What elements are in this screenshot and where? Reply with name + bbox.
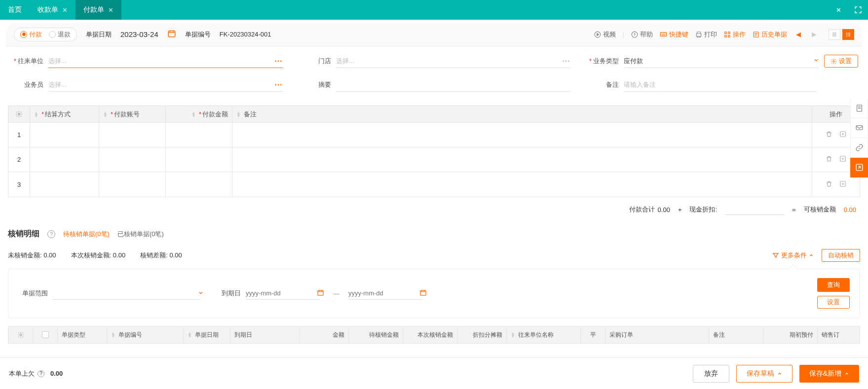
cell-account[interactable] <box>99 147 166 172</box>
print-link[interactable]: 打印 <box>695 30 717 39</box>
auto-writeoff-button[interactable]: 自动核销 <box>822 249 860 262</box>
side-message-icon[interactable] <box>850 118 868 138</box>
wo-col-ping[interactable]: 平 <box>581 326 605 343</box>
help-icon[interactable]: ? <box>47 230 55 238</box>
wo-col-remark[interactable]: 备注 <box>709 326 763 343</box>
cell-remark[interactable] <box>232 123 812 147</box>
cell-method[interactable] <box>30 172 99 197</box>
tab-receipt[interactable]: 收款单✕ <box>30 0 75 20</box>
salesperson-label: 业务员 <box>10 80 43 89</box>
lookup-icon[interactable]: ⋯ <box>274 56 283 66</box>
wo-col-no[interactable]: ▲▼单据编号 <box>107 326 184 343</box>
remark-input[interactable] <box>624 81 816 88</box>
store-input-wrap[interactable]: ⋯ <box>336 54 570 68</box>
gear-icon[interactable] <box>8 106 30 122</box>
sort-icon: ▲▼ <box>191 111 196 117</box>
salesperson-input[interactable] <box>48 81 274 88</box>
wo-col-disc[interactable]: 折扣分摊额 <box>457 326 507 343</box>
add-icon[interactable] <box>839 155 846 164</box>
next-arrow-icon[interactable]: ▶ <box>810 31 819 38</box>
prev-arrow-icon[interactable]: ◀ <box>794 31 803 38</box>
cell-account[interactable] <box>99 123 166 147</box>
wo-col-po[interactable]: 采购订单 <box>605 326 709 343</box>
due-to-input[interactable] <box>348 287 422 300</box>
salesperson-input-wrap[interactable]: ⋯ <box>48 78 283 92</box>
add-icon[interactable] <box>839 131 846 139</box>
gear-icon[interactable] <box>8 326 33 343</box>
history-link[interactable]: 历史单据 <box>753 30 787 39</box>
wo-col-sale[interactable]: 销售订 <box>818 326 860 343</box>
unwo-val: 0.00 <box>43 251 56 259</box>
filter-setting-button[interactable]: 设置 <box>817 296 850 309</box>
lookup-icon[interactable]: ⋯ <box>562 56 570 66</box>
cell-amount[interactable] <box>166 172 232 197</box>
tab-pending[interactable]: 待核销单据(0笔) <box>63 230 110 239</box>
cell-remark[interactable] <box>232 172 812 197</box>
shortcut-link[interactable]: 快捷键 <box>660 30 688 39</box>
wo-col-date[interactable]: ▲▼单据日期 <box>184 326 230 343</box>
summary-input-wrap[interactable] <box>336 78 570 92</box>
cell-amount[interactable] <box>166 123 232 147</box>
wo-col-current[interactable]: 本次核销金额 <box>403 326 457 343</box>
cell-method[interactable] <box>30 123 99 147</box>
wo-col-pending[interactable]: 待核销金额 <box>349 326 403 343</box>
col-method[interactable]: ▲▼*结算方式 <box>30 106 99 122</box>
cell-amount[interactable] <box>166 147 232 172</box>
wo-col-due[interactable]: 到期日 <box>230 326 300 343</box>
chevron-down-icon[interactable] <box>813 57 819 65</box>
avail-label: 可核销金额 <box>804 205 836 214</box>
col-remark[interactable]: ▲▼备注 <box>232 106 812 122</box>
due-from-input[interactable] <box>246 287 320 300</box>
tab-done[interactable]: 已核销单据(0笔) <box>117 230 164 239</box>
biz-type-input[interactable] <box>624 57 813 65</box>
svg-rect-3 <box>660 33 667 36</box>
side-expand-icon[interactable] <box>850 158 868 177</box>
delete-icon[interactable] <box>826 131 832 139</box>
col-account[interactable]: ▲▼*付款账号 <box>99 106 166 122</box>
store-input[interactable] <box>336 57 562 65</box>
radio-refund[interactable]: 退款 <box>49 30 71 39</box>
cell-account[interactable] <box>99 172 166 197</box>
close-window-icon[interactable]: ✕ <box>829 0 848 20</box>
add-icon[interactable] <box>839 180 846 189</box>
range-input[interactable] <box>53 287 201 300</box>
delete-icon[interactable] <box>826 180 832 189</box>
calendar-icon[interactable] <box>419 289 427 298</box>
wo-col-unit[interactable]: ▲▼往来单位名称 <box>507 326 581 343</box>
side-link-icon[interactable] <box>850 138 868 158</box>
query-button[interactable]: 查询 <box>817 278 850 292</box>
remark-input-wrap[interactable] <box>624 78 816 92</box>
side-panel <box>850 20 868 177</box>
summary-input[interactable] <box>336 81 570 88</box>
list-view-button[interactable] <box>829 29 840 40</box>
close-icon[interactable]: ✕ <box>108 6 113 14</box>
cell-method[interactable] <box>30 147 99 172</box>
video-link[interactable]: 视频 <box>594 30 616 39</box>
calendar-icon[interactable] <box>167 29 176 39</box>
cash-disc-input[interactable] <box>725 204 784 215</box>
help-link[interactable]: 帮助 <box>631 30 653 39</box>
biz-type-input-wrap[interactable] <box>624 54 819 68</box>
svg-point-2 <box>632 32 638 37</box>
wo-col-type[interactable]: 单据类型 <box>58 326 107 343</box>
wo-col-amount[interactable]: 金额 <box>300 326 349 343</box>
side-draft-icon[interactable] <box>850 99 868 118</box>
more-conditions[interactable]: 更多条件 <box>772 251 814 260</box>
tab-home[interactable]: 首页 <box>0 0 30 20</box>
partner-input-wrap[interactable]: ⋯ <box>48 54 283 68</box>
select-all-checkbox[interactable] <box>33 326 58 343</box>
operation-link[interactable]: 操作 <box>724 30 746 39</box>
lookup-icon[interactable]: ⋯ <box>274 80 283 89</box>
radio-payment[interactable]: 付款 <box>20 30 42 39</box>
partner-input[interactable] <box>48 57 274 65</box>
fullscreen-icon[interactable] <box>848 0 868 20</box>
close-icon[interactable]: ✕ <box>62 6 68 14</box>
cell-remark[interactable] <box>232 147 812 172</box>
col-amount[interactable]: ▲▼*付款金额 <box>166 106 232 122</box>
wo-col-pre[interactable]: 期初预付 <box>763 326 818 343</box>
svg-rect-15 <box>420 290 426 295</box>
delete-icon[interactable] <box>826 155 832 164</box>
chevron-down-icon[interactable] <box>198 290 204 297</box>
calendar-icon[interactable] <box>317 289 324 298</box>
tab-payment[interactable]: 付款单✕ <box>75 0 121 20</box>
